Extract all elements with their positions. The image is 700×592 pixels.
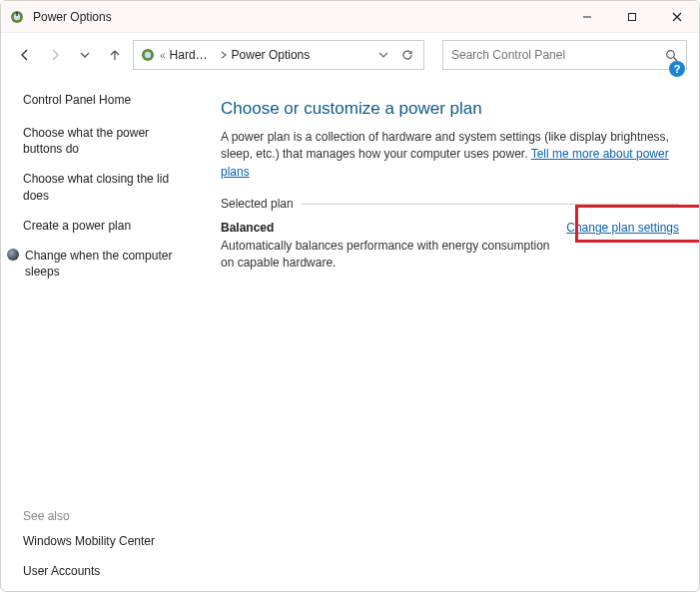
svg-point-9 — [667, 50, 675, 58]
forward-button[interactable] — [43, 43, 67, 67]
power-options-icon — [140, 47, 156, 63]
sidebar-link-power-buttons[interactable]: Choose what the power buttons do — [23, 125, 191, 157]
address-dropdown-button[interactable] — [373, 50, 393, 60]
breadcrumb-part-hardware[interactable]: Hardw… — [170, 48, 216, 62]
svg-rect-4 — [628, 13, 635, 20]
search-input[interactable] — [451, 48, 665, 62]
breadcrumb-prefix: « — [160, 50, 166, 61]
back-button[interactable] — [13, 43, 37, 67]
page-description: A power plan is a collection of hardware… — [221, 129, 679, 181]
svg-rect-2 — [16, 12, 17, 16]
see-also-user-accounts[interactable]: User Accounts — [23, 563, 191, 579]
plan-row-balanced: Balanced Automatically balances performa… — [221, 221, 679, 272]
minimize-button[interactable] — [564, 1, 609, 32]
close-button[interactable] — [654, 1, 699, 32]
plan-description: Automatically balances performance with … — [221, 238, 556, 272]
svg-point-8 — [145, 52, 151, 58]
svg-line-10 — [674, 57, 678, 61]
see-also-label: See also — [23, 509, 191, 523]
maximize-button[interactable] — [609, 1, 654, 32]
change-plan-settings-link[interactable]: Change plan settings — [566, 221, 679, 235]
see-also-mobility-center[interactable]: Windows Mobility Center — [23, 533, 191, 549]
control-panel-home-link[interactable]: Control Panel Home — [23, 93, 191, 107]
plan-name: Balanced — [221, 221, 556, 235]
sidebar-link-label: Change when the computer sleeps — [25, 248, 191, 280]
refresh-button[interactable] — [397, 49, 417, 61]
window-controls — [564, 1, 699, 32]
selected-plan-section: Selected plan — [221, 197, 679, 211]
power-options-icon — [9, 9, 25, 25]
window-title: Power Options — [33, 10, 564, 24]
shield-icon — [7, 249, 19, 261]
search-icon[interactable] — [665, 49, 678, 62]
chevron-right-icon — [220, 51, 228, 59]
selected-plan-label: Selected plan — [221, 197, 294, 211]
search-box[interactable] — [442, 40, 687, 70]
address-bar[interactable]: « Hardw… Power Options — [133, 40, 424, 70]
nav-toolbar: « Hardw… Power Options — [1, 33, 699, 77]
recent-locations-button[interactable] — [73, 43, 97, 67]
main-content: Choose or customize a power plan A power… — [201, 77, 699, 592]
divider — [302, 204, 679, 205]
up-button[interactable] — [103, 43, 127, 67]
sidebar-link-create-plan[interactable]: Create a power plan — [23, 218, 191, 234]
sidebar-link-change-sleep[interactable]: Change when the computer sleeps — [7, 248, 191, 280]
titlebar: Power Options — [1, 1, 699, 33]
sidebar-link-closing-lid[interactable]: Choose what closing the lid does — [23, 171, 191, 203]
breadcrumb-part-power-options[interactable]: Power Options — [232, 48, 311, 62]
page-heading: Choose or customize a power plan — [221, 99, 679, 119]
help-button[interactable]: ? — [669, 61, 685, 77]
sidebar: Control Panel Home Choose what the power… — [1, 77, 201, 592]
